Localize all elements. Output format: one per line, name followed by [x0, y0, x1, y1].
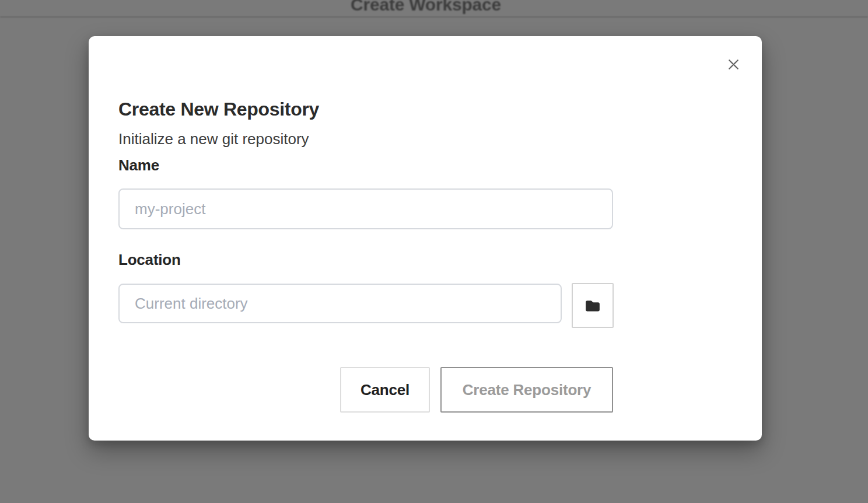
close-icon [726, 57, 741, 72]
browse-directory-button[interactable] [572, 283, 614, 328]
create-repository-button[interactable]: Create Repository [440, 367, 613, 413]
name-input[interactable] [118, 188, 613, 229]
folder-icon [584, 297, 601, 315]
close-button[interactable] [724, 55, 743, 74]
location-field-label: Location [118, 251, 181, 269]
dialog-subtitle: Initialize a new git repository [118, 130, 309, 149]
name-field-label: Name [118, 156, 159, 174]
location-input[interactable] [118, 284, 562, 323]
dialog-title: Create New Repository [118, 97, 319, 121]
create-repository-dialog: Create New Repository Initialize a new g… [89, 36, 762, 441]
screen: Create Workspace Create New Repository I… [0, 0, 868, 503]
cancel-button[interactable]: Cancel [340, 367, 430, 413]
